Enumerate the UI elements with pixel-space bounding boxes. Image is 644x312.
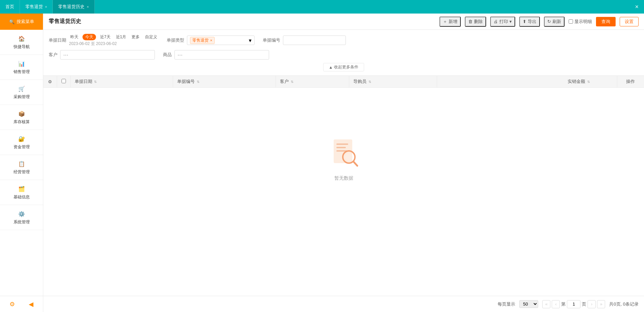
sidebar-search-label: 搜索菜单 [17,19,34,25]
show-detail-checkbox[interactable] [569,19,573,24]
new-button[interactable]: ＋ 新增 [439,17,461,27]
settings-bottom-icon[interactable]: ⚙ [9,300,15,308]
refresh-button[interactable]: ↻ 刷新 [544,17,565,27]
th-doc-no-sort-icon: ⇅ [197,80,199,84]
goods-filter-group: 商品 ··· [163,50,269,60]
page-size-select[interactable]: 20 50 100 [519,300,538,308]
query-button[interactable]: 查询 [596,17,616,26]
goods-select[interactable]: ··· [174,50,269,60]
sidebar-item-system-mgmt-label: 系统管理 [14,219,30,225]
filter-row-1: 单据日期 昨天 今天 近7天 近1月 更多 自定义 2023-06-02 至 2… [49,34,639,47]
export-icon: ⬆ [523,19,526,24]
th-guide[interactable]: 导购员 ⇅ [349,76,437,88]
collapse-button[interactable]: ▲ 收起更多条件 [323,63,364,71]
sidebar-item-purchase-mgmt-label: 采购管理 [14,94,30,100]
doc-type-select[interactable]: 零售退货 × ▾ [187,36,255,45]
date-today[interactable]: 今天 [82,34,96,40]
th-guide-sort-icon: ⇅ [368,80,371,84]
tab-retail-return-history-close[interactable]: × [87,5,89,9]
th-doc-no-label: 单据编号 [177,79,195,84]
main-layout: 🔍 搜索菜单 🏠 快捷导航 📊 销售管理 🛒 采购管理 📦 库存核算 🔐 [0,14,644,312]
tab-retail-return-close[interactable]: × [45,5,47,9]
sidebar-item-system-mgmt[interactable]: ⚙️ 系统管理 [0,205,43,230]
collapse-icon: ▲ [329,65,333,70]
print-chevron-icon: ▾ [509,19,512,24]
sidebar-search[interactable]: 🔍 搜索菜单 [0,14,43,30]
doc-no-label: 单据编号 [263,37,280,43]
column-settings-icon[interactable]: ⚙ [48,79,52,84]
inventory-icon: 📦 [18,110,26,118]
select-all-checkbox[interactable] [62,79,66,83]
sidebar-item-inventory[interactable]: 📦 库存核算 [0,105,43,130]
print-label: 打印 [499,19,508,25]
th-date[interactable]: 单据日期 ⇅ [70,76,173,88]
empty-state-row: 暂无数据 [43,88,644,230]
th-settings[interactable]: ⚙ [43,76,57,88]
sidebar-item-basic-info[interactable]: 🗂️ 基础信息 [0,180,43,205]
date-1month[interactable]: 近1月 [115,34,128,40]
page-last-button[interactable]: » [597,300,605,308]
sidebar-item-finance-mgmt[interactable]: 🔐 资金管理 [0,130,43,155]
doc-type-dropdown-icon: ▾ [249,37,252,44]
tab-retail-return-history[interactable]: 零售退货历史 × [53,0,94,14]
doc-type-tag-close[interactable]: × [210,38,212,42]
sidebar-item-purchase-mgmt[interactable]: 🛒 采购管理 [0,80,43,105]
goods-dots: ··· [177,51,183,59]
refresh-label: 刷新 [552,19,561,25]
table-header-row: ⚙ 单据日期 ⇅ 单据编号 ⇅ [43,76,644,88]
doc-no-input[interactable] [283,36,346,45]
sidebar-item-operations-mgmt[interactable]: 📋 经营管理 [0,155,43,180]
date-yesterday[interactable]: 昨天 [69,34,80,40]
delete-button[interactable]: 🗑 删除 [465,17,486,27]
delete-label: 删除 [474,19,483,25]
system-mgmt-icon: ⚙️ [18,210,26,218]
page-next-button[interactable]: › [588,300,596,308]
sidebar-item-quick-nav[interactable]: 🏠 快捷导航 [0,30,43,55]
sidebar-bottom: ⚙ ◀ [0,296,43,312]
th-doc-no[interactable]: 单据编号 ⇅ [173,76,276,88]
sidebar-item-inventory-label: 库存核算 [14,119,30,125]
th-date-sort-icon: ⇅ [94,80,97,84]
print-button[interactable]: 🖨 打印 ▾ [490,17,515,27]
pagination-nav: « ‹ 第 页 › » [542,300,605,308]
new-label: 新增 [449,19,457,25]
page-actions: ＋ 新增 🗑 删除 🖨 打印 ▾ ⬆ 导出 ↻ 刷新 [439,17,639,27]
tab-retail-return[interactable]: 零售退货 × [20,0,53,14]
export-button[interactable]: ⬆ 导出 [519,17,540,27]
goods-label: 商品 [163,52,172,58]
page-unit-label: 页 [582,301,586,307]
date-more[interactable]: 更多 [130,34,141,40]
doc-type-tag: 零售退货 × [190,37,214,44]
doc-type-label: 单据类型 [167,37,184,43]
th-customer-label: 客户 [280,79,289,84]
basic-info-icon: 🗂️ [18,185,26,193]
th-amount[interactable]: 实销金额 ⇅ [437,76,617,88]
th-actions: 操作 [617,76,644,88]
window-close-button[interactable]: × [629,0,644,14]
sidebar-item-sales-mgmt[interactable]: 📊 销售管理 [0,55,43,80]
print-icon: 🖨 [494,19,498,24]
show-detail-toggle[interactable]: 显示明细 [569,19,592,25]
customer-select[interactable]: ··· [60,50,155,60]
date-custom[interactable]: 自定义 [144,34,159,40]
empty-state-cell: 暂无数据 [43,88,644,230]
th-customer[interactable]: 客户 ⇅ [276,76,349,88]
pagination-bar: 每页显示 20 50 100 « ‹ 第 页 › » 共0页, 0条记录 [43,296,644,312]
th-actions-label: 操作 [626,79,635,84]
date-7days[interactable]: 近7天 [99,34,112,40]
quick-nav-icon: 🏠 [18,35,26,43]
customer-label: 客户 [49,52,57,58]
settings-button[interactable]: 设置 [620,17,639,26]
svg-rect-1 [336,143,348,145]
sidebar-item-operations-mgmt-label: 经营管理 [14,169,30,175]
collapse-label: 收起更多条件 [334,64,358,70]
search-icon: 🔍 [9,19,15,24]
page-first-button[interactable]: « [542,300,550,308]
tab-home[interactable]: 首页 [0,0,20,14]
page-number-input[interactable] [567,300,580,308]
page-prev-button[interactable]: ‹ [552,300,560,308]
collapse-sidebar-icon[interactable]: ◀ [29,300,33,308]
date-range-group: 昨天 今天 近7天 近1月 更多 自定义 2023-06-02 至 2023-0… [69,34,159,47]
sidebar-item-sales-mgmt-label: 销售管理 [14,69,30,75]
th-checkbox[interactable] [57,76,70,88]
